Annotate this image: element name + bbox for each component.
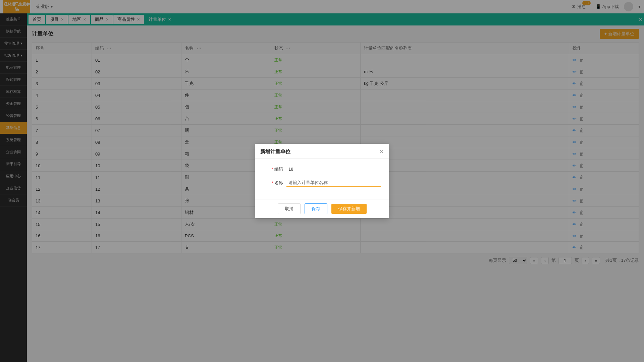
modal-overlay[interactable]: 新增计量单位 ✕ 编码 名称 取消 保存 保存并新增 [0, 0, 644, 362]
code-input[interactable] [286, 165, 381, 173]
save-new-button[interactable]: 保存并新增 [331, 204, 367, 214]
cancel-button[interactable]: 取消 [278, 203, 301, 214]
add-unit-modal: 新增计量单位 ✕ 编码 名称 取消 保存 保存并新增 [255, 144, 389, 218]
code-label: 编码 [263, 166, 283, 172]
save-button[interactable]: 保存 [305, 203, 327, 214]
modal-body: 编码 名称 [255, 159, 389, 199]
name-input[interactable] [286, 179, 381, 187]
modal-header: 新增计量单位 ✕ [255, 144, 389, 159]
modal-title: 新增计量单位 [260, 148, 290, 155]
modal-close-button[interactable]: ✕ [379, 148, 384, 155]
form-row-code: 编码 [263, 165, 381, 173]
modal-footer: 取消 保存 保存并新增 [255, 199, 389, 218]
form-row-name: 名称 [263, 179, 381, 187]
name-label: 名称 [263, 180, 283, 186]
